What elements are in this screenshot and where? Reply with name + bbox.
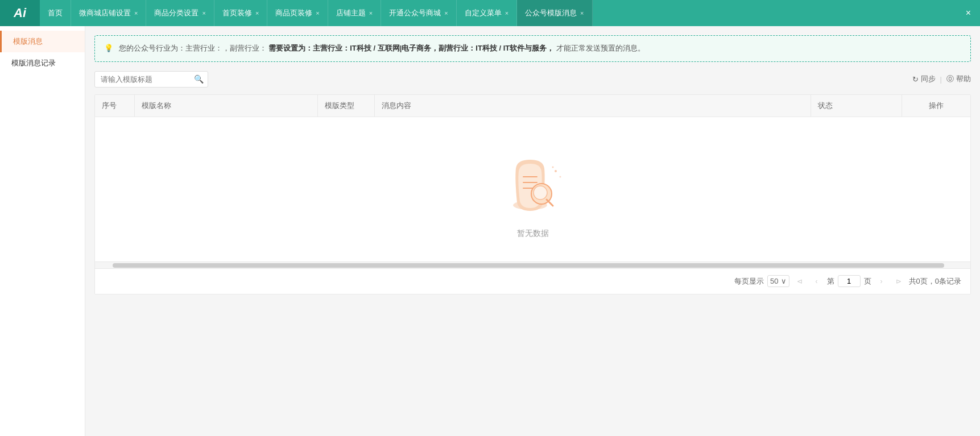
sidebar-item-template-msg[interactable]: 模版消息 <box>0 31 85 52</box>
nav-item-template-msg[interactable]: 公众号模版消息 × <box>517 0 592 26</box>
page-size-value: 50 <box>770 277 778 285</box>
svg-point-8 <box>559 176 561 177</box>
svg-point-9 <box>552 166 553 168</box>
page-size-chevron-icon: ∨ <box>781 277 787 285</box>
page-next-button[interactable]: › <box>875 275 888 288</box>
close-all-tabs-button[interactable]: × <box>957 0 980 26</box>
th-content: 消息内容 <box>375 95 811 117</box>
nav-label-open-mall: 开通公众号商城 <box>389 8 441 18</box>
top-nav: Ai 首页 微商城店铺设置 × 商品分类设置 × 首页装修 × 商品页装修 × … <box>0 0 980 26</box>
horizontal-scrollbar[interactable] <box>95 261 970 268</box>
nav-label-home: 首页 <box>48 8 63 18</box>
empty-illustration <box>499 151 567 219</box>
nav-item-custom-menu[interactable]: 自定义菜单 × <box>457 0 517 26</box>
content-area: 💡 您的公众号行业为：主营行业：，副营行业： 需要设置为：主营行业：IT科技 /… <box>85 26 980 436</box>
svg-point-5 <box>534 186 547 200</box>
nav-item-open-mall[interactable]: 开通公众号商城 × <box>381 0 456 26</box>
nav-close-home-decor[interactable]: × <box>255 10 259 16</box>
page-size-select[interactable]: 50 ∨ <box>767 275 789 287</box>
notice-suffix-text: 才能正常发送预置的消息。 <box>556 44 645 52</box>
nav-label-custom-menu: 自定义菜单 <box>465 8 502 18</box>
nav-label-home-decor: 首页装修 <box>222 8 252 18</box>
nav-label-shop-setting: 微商城店铺设置 <box>79 8 131 18</box>
pagination: 每页显示 50 ∨ ⊲ ‹ 第 1 页 › ⊳ 共0页，0条记录 <box>95 268 970 294</box>
empty-text: 暂无数据 <box>517 229 549 239</box>
th-type: 模版类型 <box>318 95 375 117</box>
search-input-wrap: 🔍 <box>94 71 208 88</box>
help-icon: ⓪ <box>946 74 954 84</box>
nav-item-home-decor[interactable]: 首页装修 × <box>214 0 267 26</box>
page-prefix-label: 第 <box>827 276 834 286</box>
data-table: 序号 模版名称 模版类型 消息内容 状态 操作 <box>94 94 971 294</box>
svg-point-7 <box>555 170 557 172</box>
nav-label-product-decor: 商品页装修 <box>275 8 312 18</box>
divider: | <box>940 75 942 84</box>
page-suffix-label: 页 <box>864 276 871 286</box>
page-size-label: 每页显示 <box>734 276 764 286</box>
scrollbar-thumb[interactable] <box>113 263 944 268</box>
nav-item-category[interactable]: 商品分类设置 × <box>146 0 214 26</box>
sidebar-label-template-msg-record: 模版消息记录 <box>11 59 56 67</box>
help-label: 帮助 <box>956 74 971 84</box>
nav-label-category: 商品分类设置 <box>154 8 199 18</box>
nav-item-shop-setting[interactable]: 微商城店铺设置 × <box>71 0 146 26</box>
nav-close-category[interactable]: × <box>202 10 205 16</box>
nav-item-home[interactable]: 首页 <box>40 0 71 26</box>
empty-state: 暂无数据 <box>95 117 970 261</box>
th-name: 模版名称 <box>135 95 318 117</box>
table-header: 序号 模版名称 模版类型 消息内容 状态 操作 <box>95 95 970 117</box>
th-action: 操作 <box>902 95 970 117</box>
notice-icon: 💡 <box>104 44 113 52</box>
search-bar: 🔍 ↻ 同步 | ⓪ 帮助 <box>94 71 971 88</box>
help-button[interactable]: ⓪ 帮助 <box>946 74 971 84</box>
search-input[interactable] <box>94 71 208 88</box>
page-first-button[interactable]: ⊲ <box>793 275 807 288</box>
sidebar-label-template-msg: 模版消息 <box>13 37 43 45</box>
search-actions: ↻ 同步 | ⓪ 帮助 <box>912 74 971 84</box>
nav-close-template-msg[interactable]: × <box>580 10 584 16</box>
nav-close-shop-setting[interactable]: × <box>134 10 138 16</box>
nav-close-open-mall[interactable]: × <box>444 10 448 16</box>
notice-box: 💡 您的公众号行业为：主营行业：，副营行业： 需要设置为：主营行业：IT科技 /… <box>94 35 971 62</box>
sync-button[interactable]: ↻ 同步 <box>912 74 936 84</box>
nav-label-theme: 店铺主题 <box>336 8 366 18</box>
nav-label-template-msg: 公众号模版消息 <box>525 8 577 18</box>
search-icon[interactable]: 🔍 <box>194 74 204 84</box>
page-last-button[interactable]: ⊳ <box>892 275 905 288</box>
main-layout: 模版消息 模版消息记录 💡 您的公众号行业为：主营行业：，副营行业： 需要设置为… <box>0 26 980 436</box>
nav-item-product-decor[interactable]: 商品页装修 × <box>267 0 328 26</box>
nav-item-theme[interactable]: 店铺主题 × <box>328 0 381 26</box>
th-status: 状态 <box>811 95 902 117</box>
nav-close-custom-menu[interactable]: × <box>505 10 508 16</box>
notice-highlight-text: 需要设置为：主营行业：IT科技 / 互联网|电子商务，副营行业：IT科技 / I… <box>268 44 554 52</box>
pagination-summary: 共0页，0条记录 <box>909 276 961 286</box>
brand-logo: Ai <box>0 0 40 26</box>
nav-close-product-decor[interactable]: × <box>316 10 319 16</box>
th-seq: 序号 <box>95 95 135 117</box>
sync-icon: ↻ <box>912 75 919 84</box>
sidebar-item-template-msg-record[interactable]: 模版消息记录 <box>0 52 85 74</box>
sidebar: 模版消息 模版消息记录 <box>0 26 85 436</box>
sync-label: 同步 <box>921 74 936 84</box>
page-prev-button[interactable]: ‹ <box>810 275 824 288</box>
page-number-input[interactable]: 1 <box>838 275 861 287</box>
notice-prefix-text: 您的公众号行业为：主营行业：，副营行业： <box>119 44 267 52</box>
nav-close-theme[interactable]: × <box>369 10 373 16</box>
